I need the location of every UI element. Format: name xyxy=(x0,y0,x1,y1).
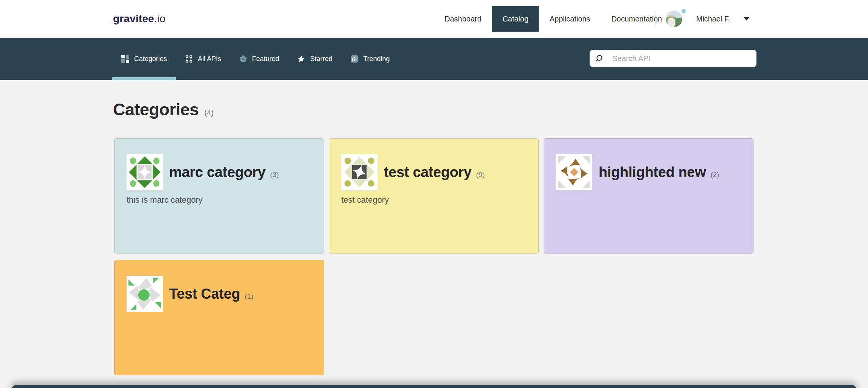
online-status-dot xyxy=(682,9,686,13)
card-title-row: Test Categ (1) xyxy=(169,286,254,302)
tab-label: Featured xyxy=(252,55,279,63)
nav-item-catalog[interactable]: Catalog xyxy=(492,6,539,32)
tab-label: All APIs xyxy=(198,55,221,63)
search-icon xyxy=(595,54,603,63)
page-title: Categories xyxy=(113,100,199,119)
nav-item-documentation[interactable]: Documentation xyxy=(601,6,673,32)
tab-label: Trending xyxy=(363,55,390,63)
category-card-highlighted-new[interactable]: highlighted new (2) xyxy=(544,138,753,254)
nav-item-applications[interactable]: Applications xyxy=(539,6,601,32)
top-header: gravitee.io Dashboard Catalog Applicatio… xyxy=(0,0,868,38)
search-input[interactable] xyxy=(608,50,756,67)
category-card-test-categ[interactable]: Test Categ (1) xyxy=(114,260,324,375)
top-navigation: Dashboard Catalog Applications Documenta… xyxy=(434,0,672,38)
card-description: this is marc category xyxy=(127,195,312,205)
tab-categories[interactable]: Categories xyxy=(112,38,176,80)
card-description: test category xyxy=(341,195,526,205)
avatar xyxy=(666,11,682,27)
tab-trending[interactable]: Trending xyxy=(341,38,399,80)
card-title: highlighted new xyxy=(599,164,706,180)
chevron-down-icon xyxy=(744,17,749,21)
card-count: (9) xyxy=(476,171,485,179)
card-head: highlighted new (2) xyxy=(556,154,741,190)
header-divider xyxy=(656,11,656,26)
identicon-green-flower xyxy=(127,276,163,312)
identicon-brown-darts xyxy=(556,154,592,190)
card-title-row: marc category (3) xyxy=(169,164,279,180)
page-title-count: (4) xyxy=(205,108,214,117)
card-title-row: test category (9) xyxy=(384,164,485,180)
main-content: Categories (4) marc category (3) thi xyxy=(0,80,868,388)
tab-label: Starred xyxy=(310,55,332,63)
gravitee-logo[interactable]: gravitee.io xyxy=(113,13,165,25)
footer-top-edge xyxy=(11,385,857,388)
identicon-green-star xyxy=(127,154,163,190)
card-head: Test Categ (1) xyxy=(127,276,312,312)
tab-label: Categories xyxy=(134,55,167,63)
card-head: test category (9) xyxy=(341,154,526,190)
user-name: Michael F. xyxy=(696,15,730,23)
catalog-subnav: Categories All APIs Featured Starr xyxy=(0,38,868,80)
catalog-tabs: Categories All APIs Featured Starr xyxy=(112,38,399,80)
tab-starred[interactable]: Starred xyxy=(288,38,341,80)
grid-icon xyxy=(121,55,129,63)
flower-icon xyxy=(239,55,247,63)
user-menu[interactable]: Michael F. xyxy=(666,0,749,38)
card-count: (2) xyxy=(711,171,719,179)
identicon-olive-pinwheel xyxy=(341,154,377,190)
tab-featured[interactable]: Featured xyxy=(230,38,288,80)
card-title: marc category xyxy=(169,164,266,180)
tab-all-apis[interactable]: All APIs xyxy=(176,38,230,80)
card-title: test category xyxy=(384,164,472,180)
card-count: (3) xyxy=(270,171,279,179)
flame-icon xyxy=(350,55,358,63)
card-title-row: highlighted new (2) xyxy=(599,164,719,180)
search-box xyxy=(590,50,756,67)
card-title: Test Categ xyxy=(169,286,240,302)
category-card-marc-category[interactable]: marc category (3) this is marc category xyxy=(114,138,324,254)
card-head: marc category (3) xyxy=(127,154,312,190)
search-icon-cell xyxy=(590,50,608,67)
star-icon xyxy=(297,55,305,63)
category-card-test-category[interactable]: test category (9) test category xyxy=(329,138,539,254)
category-grid: marc category (3) this is marc category xyxy=(114,138,753,375)
card-count: (1) xyxy=(245,292,253,301)
api-nodes-icon xyxy=(185,55,193,63)
page-heading: Categories (4) xyxy=(113,100,214,119)
nav-item-dashboard[interactable]: Dashboard xyxy=(434,6,492,32)
